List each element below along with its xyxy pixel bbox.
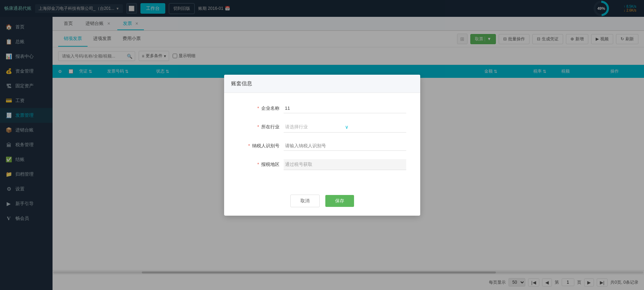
company-label-text: 企业名称: [261, 106, 279, 111]
form-row-tax-region: * 报税地区 通过税号获取: [238, 159, 406, 170]
cancel-button[interactable]: 取消: [290, 195, 320, 207]
tax-id-input[interactable]: [284, 141, 406, 151]
industry-chevron-icon: ∨: [345, 124, 405, 130]
tax-id-required-mark: *: [248, 143, 250, 148]
industry-label-text: 所在行业: [261, 124, 279, 129]
modal-overlay: 账套信息 * 企业名称 * 所在行业 请选择行业 ∨: [0, 0, 644, 290]
industry-placeholder: 请选择行业: [285, 124, 345, 130]
dialog-title: 账套信息: [231, 80, 252, 86]
company-name-input[interactable]: [284, 103, 406, 113]
industry-label: * 所在行业: [238, 124, 284, 130]
form-row-industry: * 所在行业 请选择行业 ∨: [238, 122, 406, 133]
dialog-footer: 取消 保存: [224, 189, 420, 216]
form-row-company: * 企业名称: [238, 103, 406, 113]
form-row-tax-id: * 纳税人识别号: [238, 141, 406, 151]
tax-id-label: * 纳税人识别号: [238, 143, 284, 149]
dialog-body: * 企业名称 * 所在行业 请选择行业 ∨ *: [224, 93, 420, 189]
industry-required-mark: *: [257, 124, 259, 129]
tax-id-label-text: 纳税人识别号: [252, 143, 279, 148]
company-required-mark: *: [257, 106, 259, 111]
save-button[interactable]: 保存: [325, 195, 354, 207]
dialog-header: 账套信息: [224, 75, 420, 93]
tax-region-placeholder: 通过税号获取: [285, 162, 312, 167]
tax-region-label: * 报税地区: [238, 161, 284, 168]
industry-select[interactable]: 请选择行业 ∨: [284, 122, 406, 133]
company-name-label: * 企业名称: [238, 105, 284, 112]
tax-region-required-mark: *: [257, 162, 259, 167]
account-info-dialog: 账套信息 * 企业名称 * 所在行业 请选择行业 ∨: [224, 75, 420, 216]
tax-region-label-text: 报税地区: [261, 162, 279, 167]
tax-region-input: 通过税号获取: [284, 159, 406, 170]
